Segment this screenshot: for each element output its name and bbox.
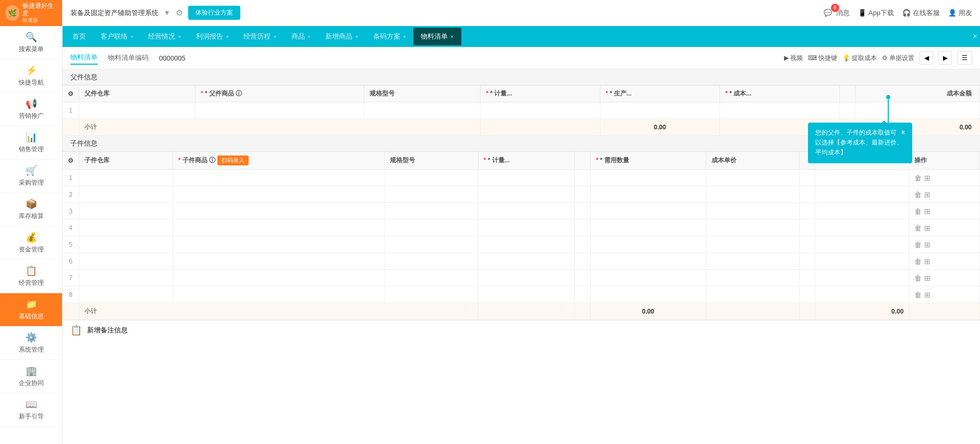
delete-icon-2[interactable]: 🗑 (914, 190, 922, 199)
delete-icon-4[interactable]: 🗑 (914, 224, 922, 232)
child-col-required-qty: * * 需用数量 (590, 152, 706, 170)
next-page-btn[interactable]: ▶ (938, 51, 952, 65)
sidebar-item-operations[interactable]: 📋 经营管理 (0, 260, 62, 293)
child-cell-unit-1[interactable] (478, 170, 574, 186)
tooltip-close-btn[interactable]: × (901, 128, 905, 138)
settings-gear-icon[interactable]: ⚙ (176, 8, 183, 18)
tab-barcode-close[interactable]: × (403, 33, 406, 40)
child-subtotal-label: 小计 (79, 303, 479, 320)
child-cell-unit-2[interactable] (478, 186, 574, 203)
sub-tab-material-code[interactable]: 物料清单编码 (108, 52, 149, 64)
action-shortcut[interactable]: ⌨ 快捷键 (808, 54, 837, 63)
bottom-add-label[interactable]: 新增备注信息 (87, 326, 128, 335)
child-cell-warehouse-1[interactable] (79, 170, 173, 186)
tab-customer[interactable]: 客户联络 × (93, 28, 141, 45)
child-cell-warehouse-2[interactable] (79, 186, 173, 203)
delete-icon-8[interactable]: 🗑 (914, 291, 922, 299)
app-download-item[interactable]: 📱 App下载 (858, 8, 894, 18)
tab-new-product[interactable]: 新增商品 × (318, 28, 365, 45)
action-video[interactable]: ▶ 视频 (784, 54, 803, 63)
child-cell-qty-2[interactable] (590, 186, 706, 203)
action-extract-cost[interactable]: 💡 提取成本 (842, 54, 877, 63)
prev-page-btn[interactable]: ◀ (920, 51, 933, 65)
user-item[interactable]: 👤 用友 (948, 8, 972, 18)
child-cell-cost-unit-1[interactable] (706, 170, 800, 186)
child-cell-spec-2[interactable] (384, 186, 478, 203)
copy-icon-7[interactable]: ⊞ (924, 274, 930, 282)
parent-col-settings[interactable]: ⚙ (63, 86, 79, 102)
copy-icon-5[interactable]: ⊞ (924, 241, 930, 249)
child-row-2-actions: 🗑 ⊞ (914, 190, 974, 199)
parent-cell-product-1[interactable] (195, 102, 364, 119)
experience-btn[interactable]: 体验行业方案 (188, 6, 240, 20)
parent-cell-spec-1[interactable] (364, 102, 481, 119)
tab-new-product-close[interactable]: × (355, 33, 358, 40)
sidebar-item-sales[interactable]: 📊 销售管理 (0, 126, 62, 160)
copy-icon-6[interactable]: ⊞ (924, 257, 930, 266)
parent-cell-unit-1[interactable] (481, 102, 601, 119)
tab-material-close[interactable]: × (450, 33, 454, 40)
message-item[interactable]: 💬 6 消息 (824, 8, 850, 18)
tab-products-label: 商品 (291, 32, 305, 41)
sidebar-item-enterprise[interactable]: 🏢 企业协同 (0, 360, 62, 393)
tab-products[interactable]: 商品 × (284, 28, 318, 45)
delete-icon-1[interactable]: 🗑 (914, 174, 922, 182)
delete-icon-3[interactable]: 🗑 (914, 207, 922, 215)
sidebar-item-guide[interactable]: 📖 新手引导 (0, 393, 62, 427)
sidebar-item-basic-info[interactable]: 📁 基础信息 (0, 293, 62, 327)
sidebar-item-system[interactable]: ⚙️ 系统管理 (0, 327, 62, 360)
child-row-1-num: 1 (63, 170, 79, 186)
copy-icon-1[interactable]: ⊞ (924, 174, 930, 182)
action-single-settings[interactable]: ⚙ 单据设置 (882, 54, 914, 63)
parent-cell-cost-1[interactable] (720, 102, 840, 119)
sidebar-item-search[interactable]: 🔍 搜索菜单 (0, 26, 62, 59)
tab-home[interactable]: 首页 (65, 28, 93, 45)
copy-icon-8[interactable]: ⊞ (924, 291, 930, 299)
tab-profit-report[interactable]: 利润报告 × (189, 28, 236, 45)
child-col-settings[interactable]: ⚙ (63, 152, 79, 170)
tab-profit-close[interactable]: × (226, 33, 229, 40)
parent-cell-production-1[interactable] (600, 102, 720, 119)
parent-cell-cost-amount-1[interactable] (855, 102, 979, 119)
sidebar-item-quick-nav[interactable]: ⚡ 快捷导航 (0, 59, 62, 93)
child-cell-cost-amount-1[interactable] (815, 170, 909, 186)
message-icon: 💬 (824, 9, 832, 17)
child-cell-product-1[interactable] (173, 170, 384, 186)
sidebar-item-marketing[interactable]: 📢 营销推广 (0, 93, 62, 126)
list-view-btn[interactable]: ☰ (957, 51, 972, 65)
child-cell-product-2[interactable] (173, 186, 384, 203)
tab-customer-close[interactable]: × (130, 33, 133, 40)
tab-close-all[interactable]: × (973, 32, 977, 41)
delete-icon-5[interactable]: 🗑 (914, 241, 922, 249)
sidebar-item-finance[interactable]: 💰 资金管理 (0, 226, 62, 260)
bottom-add-icon[interactable]: 📋 (70, 325, 82, 336)
child-cell-spec-1[interactable] (384, 170, 478, 186)
tab-products-close[interactable]: × (308, 33, 311, 40)
tab-ops-close[interactable]: × (178, 33, 181, 40)
sidebar-item-inventory[interactable]: 📦 库存核算 (0, 193, 62, 226)
tab-operations-status[interactable]: 经营情况 × (141, 28, 188, 45)
tab-business-close[interactable]: × (273, 33, 276, 40)
copy-icon-4[interactable]: ⊞ (924, 224, 930, 232)
child-cell-cost-amount-2[interactable] (815, 186, 909, 203)
tab-material-list[interactable]: 物料清单 × (413, 28, 461, 45)
tab-business-process[interactable]: 经营历程 × (236, 28, 284, 45)
parent-col-cost-amount: 成本金额 (855, 86, 979, 102)
child-info-table: ⚙ 子件仓库 * 子件商品 ⓘ 扫码录入 规格型号 * * 计量... * * … (63, 152, 980, 320)
online-service-item[interactable]: 🎧 在线客服 (902, 8, 940, 18)
child-cell-qty-1[interactable] (590, 170, 706, 186)
copy-icon-3[interactable]: ⊞ (924, 207, 930, 215)
app-download-icon: 📱 (858, 9, 866, 17)
parent-cell-warehouse-1[interactable] (79, 102, 195, 119)
tab-home-label: 首页 (72, 32, 86, 41)
scan-input-btn[interactable]: 扫码录入 (217, 155, 249, 165)
child-row-4-num: 4 (63, 220, 79, 236)
delete-icon-7[interactable]: 🗑 (914, 274, 922, 282)
sub-tab-material-list[interactable]: 物料清单 (70, 51, 97, 65)
sidebar-item-purchase[interactable]: 🛒 采购管理 (0, 160, 62, 193)
child-row-1: 1 🗑 ⊞ (63, 170, 980, 186)
child-cell-cost-unit-2[interactable] (706, 186, 800, 203)
copy-icon-2[interactable]: ⊞ (924, 190, 930, 199)
delete-icon-6[interactable]: 🗑 (914, 257, 922, 266)
tab-barcode[interactable]: 条码方案 × (366, 28, 413, 45)
